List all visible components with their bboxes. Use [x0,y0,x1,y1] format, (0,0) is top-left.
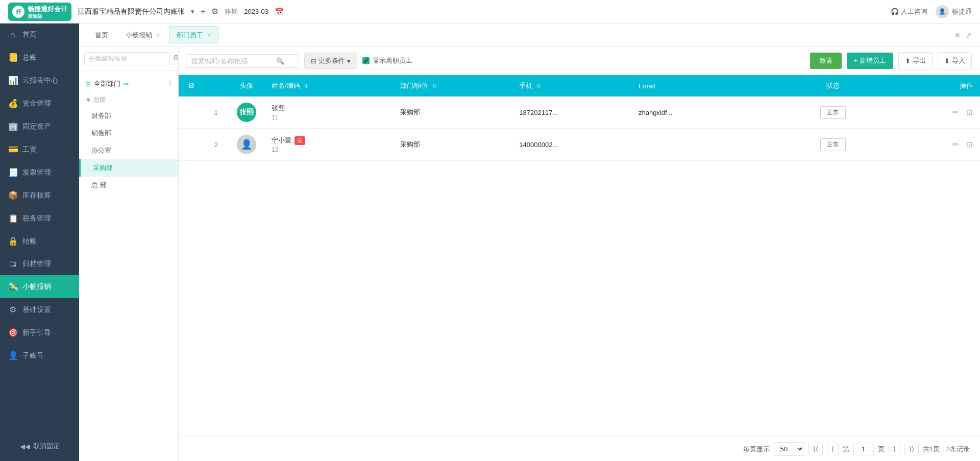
sidebar-item-xiaochang[interactable]: 💸 小畅报销 [0,275,79,298]
sidebar-item-close[interactable]: 🔒 结账 [0,230,79,253]
tax-icon: 📋 [8,213,17,223]
tab-xiaochang-close[interactable]: × [156,32,159,38]
td-email [631,129,778,161]
user-name: 畅捷通 [952,7,972,16]
app-version: 旗舰版 [28,14,67,19]
sidebar-item-subaccount[interactable]: 👤 子账号 [0,344,79,367]
phone-col-label: 手机 [519,82,532,89]
settings-icon[interactable]: ⚙ [211,7,218,16]
action-icons: ✏ ⊡ [895,140,973,149]
sidebar-item-inventory[interactable]: 📦 库存核算 [0,184,79,207]
add-icon[interactable]: + [201,7,205,16]
dept-all[interactable]: ⊞ 全部部门 ✏ 《 [79,75,178,92]
period-label: 账期 [225,7,238,16]
td-phone: 187202117... [512,96,631,129]
sidebar-item-ledger[interactable]: 📒 总账 [0,46,79,69]
sidebar-item-archive[interactable]: 🗂 归档管理 [0,253,79,275]
avatar-circle: 张熙 [237,103,256,122]
th-name[interactable]: 姓名/编码 ⇅ [264,75,393,96]
service-btn[interactable]: 🎧 人工咨询 [891,7,927,16]
dept-edit-icon[interactable]: ✏ [124,80,129,88]
add-employee-btn[interactable]: + 新增员工 [847,53,893,69]
user-info[interactable]: 👤 畅捷通 [936,5,972,18]
sidebar-item-assets[interactable]: 🏢 固定资产 [0,115,79,138]
dept-collapse-icon[interactable]: 《 [165,79,172,88]
tab-home[interactable]: 首页 [87,26,116,44]
dept-item-finance[interactable]: 财务部 [79,107,178,125]
phone-sort-icon[interactable]: ⇅ [536,83,541,89]
content-area: 首页 小畅报销 × 部门员工 × ✕ ⤢ 🔍 [79,23,980,461]
th-dept[interactable]: 部门/职位 ⇅ [393,75,512,96]
show-resigned-label[interactable]: 显示离职员工 [362,56,412,65]
edit-employee-icon[interactable]: ✏ [952,140,959,149]
show-resigned-checkbox[interactable] [362,57,370,64]
next-page-btn[interactable]: ⟩ [889,443,900,455]
first-page-btn[interactable]: ⟨⟨ [808,443,823,455]
page-number-input[interactable] [853,443,874,455]
sidebar-item-invoice[interactable]: 🧾 发票管理 [0,161,79,184]
dept-col-label: 部门/职位 [400,82,429,89]
sidebar-label-settings: 基础设置 [22,305,51,314]
tab-bar-actions: ✕ ⤢ [954,31,972,39]
company-name[interactable]: 江西服宝精品有限责任公司内账张 [78,7,185,16]
dropdown-icon[interactable]: ▾ [191,8,194,15]
dept-item-general[interactable]: 总 部 [79,177,178,194]
last-page-btn[interactable]: ⟩⟩ [904,443,919,455]
reports-icon: 📊 [8,76,17,85]
action-icons: ✏ ⊡ [895,108,973,117]
sidebar-item-funds[interactable]: 💰 资金管理 [0,92,79,115]
more-action-icon[interactable]: ⊡ [966,108,973,117]
per-page-select[interactable]: 50 10 20 100 [774,442,804,456]
prev-page-btn[interactable]: ⟨ [827,443,839,455]
sidebar-label-inventory: 库存核算 [22,191,51,200]
app-name: 畅捷通好会计 [28,5,67,13]
tab-xiaochang[interactable]: 小畅报销 × [118,26,167,44]
invite-btn[interactable]: 邀请 [810,53,842,69]
right-panel: 🔍 ⊟ 更多条件 ▾ 显示离职员工 邀请 + 新增员工 [179,47,980,461]
employee-search-icon[interactable]: 🔍 [276,57,284,65]
table-row: 2 👤 宁小壹 应 12 采购部 140000002... 正常 ✏ ⊡ [179,129,980,161]
dept-all-label: 全部部门 [94,79,120,88]
dept-item-office[interactable]: 办公室 [79,142,178,159]
td-num: 2 [203,129,229,161]
employee-badge: 应 [295,136,305,145]
export-btn[interactable]: ⬆ 导出 [898,52,933,69]
sidebar-item-home[interactable]: ⌂ 首页 [0,23,79,46]
calendar-icon[interactable]: 📅 [275,8,283,16]
sidebar-item-settings[interactable]: ⚙ 基础设置 [0,298,79,321]
dept-sort-icon[interactable]: ⇅ [432,83,436,89]
dept-arrow-down[interactable]: ▼ [85,96,91,104]
table-settings-icon[interactable]: ⚙ [188,81,194,90]
main-layout: ⌂ 首页 📒 总账 📊 云报表中心 💰 资金管理 🏢 固定资产 💳 工资 🧾 发… [0,23,980,461]
name-col-label: 姓名/编码 [272,82,300,89]
more-filters-btn[interactable]: ⊟ 更多条件 ▾ [304,53,357,69]
th-phone[interactable]: 手机 ⇅ [512,75,631,96]
pagination: 每页显示 50 10 20 100 ⟨⟨ ⟨ 第 页 ⟩ ⟩⟩ 共1页，2条记录 [179,436,980,461]
employee-search-input[interactable] [191,57,273,65]
more-action-icon[interactable]: ⊡ [966,140,973,149]
th-settings[interactable]: ⚙ [179,75,203,96]
sidebar-item-guide[interactable]: 🎯 新手引导 [0,321,79,344]
td-name: 宁小壹 应 12 [264,129,393,161]
tab-dept-employee[interactable]: 部门员工 × [169,26,218,44]
dept-item-sales[interactable]: 销售部 [79,125,178,142]
dept-head-label: 总部 [93,95,106,104]
tab-expand-icon[interactable]: ⤢ [966,31,972,39]
tab-dept-close[interactable]: × [207,32,210,38]
sidebar-item-tax[interactable]: 📋 税务管理 [0,207,79,230]
employee-search-box: 🔍 [187,54,299,68]
sidebar-item-payroll[interactable]: 💳 工资 [0,138,79,161]
tab-close-window-icon[interactable]: ✕ [954,31,961,39]
edit-employee-icon[interactable]: ✏ [952,108,959,117]
import-btn[interactable]: ⬇ 导入 [938,52,972,69]
sidebar-label-invoice: 发票管理 [22,168,51,177]
sidebar-item-reports[interactable]: 📊 云报表中心 [0,69,79,92]
cancel-fixed-btn[interactable]: ◀◀ 取消固定 [0,436,79,456]
dept-item-purchase[interactable]: 采购部 [79,159,178,177]
name-sort-icon[interactable]: ⇅ [304,83,308,89]
dept-search-input[interactable] [84,52,170,65]
tab-xiaochang-label: 小畅报销 [126,31,152,40]
dept-search-icon[interactable]: 🔍 [173,55,179,63]
dept-sales-label: 销售部 [91,129,111,138]
import-label: 导入 [952,56,965,65]
